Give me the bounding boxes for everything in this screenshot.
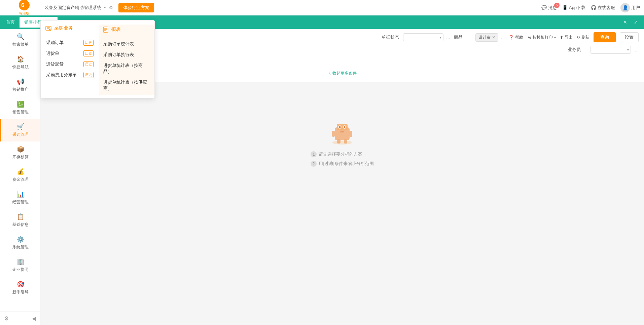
tab-controls: ✕ ⤢ bbox=[621, 19, 643, 26]
sidebar-item-quick-nav-label: 快捷导航 bbox=[12, 64, 29, 70]
sidebar-item-newbie[interactable]: 🎯 新手引导 bbox=[0, 277, 40, 299]
salesman-select[interactable] bbox=[591, 46, 631, 54]
menu-item-order-exec[interactable]: 采购订单执行表 bbox=[102, 49, 152, 60]
purchase-order-label: 采购订单 bbox=[46, 40, 64, 46]
salesman-label: 业务员 bbox=[568, 47, 586, 53]
sidebar-item-quick-nav[interactable]: 🏠 快捷导航 bbox=[0, 51, 40, 74]
salesman-more-dots[interactable]: ... bbox=[635, 47, 639, 52]
gear-icon[interactable]: ⚙ bbox=[109, 5, 113, 11]
expense-label: 采购费用分摊单 bbox=[46, 72, 77, 78]
menu-columns: 采购业务 采购订单 历史 进货单 历史 进货退货 历史 采购费用分摊单 历史 bbox=[41, 25, 154, 95]
goods-tag-close[interactable]: ✕ bbox=[492, 35, 495, 40]
report-title: 报表 bbox=[111, 27, 121, 33]
tab-home[interactable]: 首页 bbox=[1, 17, 20, 28]
sidebar-item-operation[interactable]: 📊 经营管理 bbox=[0, 187, 40, 209]
collapse-arrow-icon: ∧ bbox=[328, 71, 331, 76]
purchase-order-history-tag: 历史 bbox=[83, 40, 94, 46]
refresh-btn[interactable]: ↻ 刷新 bbox=[577, 35, 589, 40]
empty-tips: 1 请先选择要分析的方案 2 用[过滤]条件来缩小分析范围 bbox=[311, 150, 373, 168]
purchase-business-column: 采购业务 采购订单 历史 进货单 历史 进货退货 历史 采购费用分摊单 历史 bbox=[41, 25, 99, 95]
sidebar-item-system[interactable]: ⚙️ 系统管理 bbox=[0, 232, 40, 254]
setting-button[interactable]: 设置 bbox=[620, 32, 639, 42]
sidebar-item-stock[interactable]: 📦 库存核算 bbox=[0, 141, 40, 164]
help-icon: ❓ bbox=[509, 35, 514, 40]
collapse-sidebar-icon[interactable]: ◀ bbox=[32, 315, 36, 322]
query-button[interactable]: 查询 bbox=[594, 32, 616, 42]
sidebar-item-marketing-label: 营销推广 bbox=[12, 87, 29, 92]
base-icon: 📋 bbox=[17, 213, 24, 220]
sidebar-item-sales[interactable]: 💹 销售管理 bbox=[0, 96, 40, 119]
sidebar-item-capital[interactable]: 💰 资金管理 bbox=[0, 164, 40, 187]
industry-button[interactable]: 体验行业方案 bbox=[118, 3, 154, 12]
headset-icon: 🎧 bbox=[591, 5, 596, 10]
return-history-tag: 历史 bbox=[83, 61, 94, 67]
report-column: 报表 采购订单统计表 采购订单执行表 进货单统计表（按商品） 进货单统计表（按供… bbox=[99, 25, 155, 95]
stock-icon: 📦 bbox=[17, 146, 24, 153]
menu-item-incoming-stat-goods[interactable]: 进货单统计表（按商品） bbox=[102, 60, 152, 77]
tip-text-1: 请先选择要分析的方案 bbox=[319, 150, 362, 158]
menu-item-return[interactable]: 进货退货 历史 bbox=[45, 59, 95, 70]
tab-expand-icon[interactable]: ⤢ bbox=[632, 19, 640, 26]
system-title-text: 装备及固定资产辅助管理系统 bbox=[44, 5, 101, 11]
purchase-business-title: 采购业务 bbox=[54, 25, 73, 31]
print-btn[interactable]: 🖨 按模板打印 ▾ bbox=[527, 35, 556, 40]
status-select[interactable] bbox=[403, 33, 443, 41]
svg-point-6 bbox=[339, 126, 341, 128]
system-icon: ⚙️ bbox=[17, 236, 24, 243]
incoming-stat-supplier-label: 进货单统计表（按供应商） bbox=[103, 79, 151, 91]
system-title-dropdown-icon[interactable]: ▾ bbox=[104, 5, 106, 10]
svg-point-7 bbox=[344, 126, 346, 128]
svg-rect-11 bbox=[337, 139, 341, 144]
toolbar-right: ❓ 帮助 🖨 按模板打印 ▾ ⬆ 导出 ↻ 刷新 bbox=[509, 32, 639, 42]
status-row: 单据状态 ▾ ... bbox=[382, 33, 450, 41]
sidebar-item-stock-label: 库存核算 bbox=[12, 154, 29, 160]
incoming-stat-goods-label: 进货单统计表（按商品） bbox=[103, 63, 151, 75]
svg-rect-10 bbox=[350, 131, 352, 137]
help-btn[interactable]: ❓ 帮助 bbox=[509, 35, 523, 40]
app-download-label: App下载 bbox=[569, 5, 585, 11]
sidebar-item-marketing[interactable]: 📢 营销推广 bbox=[0, 74, 40, 96]
user-item[interactable]: 👤 用户 bbox=[620, 3, 640, 12]
expense-history-tag: 历史 bbox=[83, 72, 94, 78]
sidebar-item-sales-label: 销售管理 bbox=[12, 109, 29, 115]
return-label: 进货退货 bbox=[46, 61, 64, 67]
export-btn[interactable]: ⬆ 导出 bbox=[560, 35, 573, 40]
menu-item-incoming[interactable]: 进货单 历史 bbox=[45, 48, 95, 59]
refresh-icon: ↻ bbox=[577, 35, 580, 40]
sidebar-item-purchase[interactable]: 🛒 采购管理 bbox=[0, 119, 40, 141]
status-more-dots[interactable]: ... bbox=[446, 35, 450, 40]
avatar-icon: 👤 bbox=[622, 5, 628, 10]
sidebar-item-search-label: 搜索菜单 bbox=[12, 42, 29, 47]
goods-label: 商品 bbox=[454, 34, 473, 40]
app-download-item[interactable]: 📱 App下载 bbox=[562, 5, 585, 11]
sidebar-item-base[interactable]: 📋 基础信息 bbox=[0, 209, 40, 232]
sidebar-item-enterprise[interactable]: 🏢 企业协同 bbox=[0, 254, 40, 277]
menu-item-order-stat[interactable]: 采购订单统计表 bbox=[102, 39, 152, 49]
capital-icon: 💰 bbox=[17, 168, 24, 175]
message-nav-item[interactable]: 💬 消息 5 bbox=[541, 5, 557, 11]
menu-item-purchase-order[interactable]: 采购订单 历史 bbox=[45, 37, 95, 48]
purchase-business-header: 采购业务 bbox=[45, 25, 95, 34]
online-service-item[interactable]: 🎧 在线客服 bbox=[591, 5, 615, 11]
tab-close-all-icon[interactable]: ✕ bbox=[621, 19, 629, 26]
print-dropdown-icon[interactable]: ▾ bbox=[554, 36, 556, 39]
help-label: 帮助 bbox=[515, 35, 523, 40]
order-stat-label: 采购订单统计表 bbox=[103, 41, 134, 47]
menu-item-expense[interactable]: 采购费用分摊单 历史 bbox=[45, 70, 95, 80]
user-label: 用户 bbox=[631, 5, 640, 11]
settings-bottom-icon[interactable]: ⚙ bbox=[4, 315, 9, 322]
report-header-icon bbox=[102, 26, 109, 33]
sidebar-item-search[interactable]: 🔍 搜索菜单 bbox=[0, 29, 40, 51]
goods-more-dots[interactable]: ... bbox=[501, 35, 505, 40]
status-label: 单据状态 bbox=[382, 34, 400, 40]
sidebar-item-operation-label: 经营管理 bbox=[12, 199, 29, 205]
menu-item-incoming-stat-supplier[interactable]: 进货单统计表（按供应商） bbox=[102, 77, 152, 94]
home-icon: 🏠 bbox=[17, 55, 24, 63]
online-service-label: 在线客服 bbox=[598, 5, 615, 11]
goods-tag: 设计费 ✕ bbox=[475, 33, 498, 42]
sidebar-item-purchase-label: 采购管理 bbox=[12, 132, 29, 137]
logo-icon: 6 bbox=[19, 0, 30, 10]
sidebar: 🔍 搜索菜单 🏠 快捷导航 📢 营销推广 💹 销售管理 🛒 采购管理 📦 库存核… bbox=[0, 29, 40, 325]
logo-area: 6 标准版 bbox=[4, 0, 44, 16]
system-title-area: 装备及固定资产辅助管理系统 ▾ ⚙ 体验行业方案 bbox=[44, 3, 541, 12]
